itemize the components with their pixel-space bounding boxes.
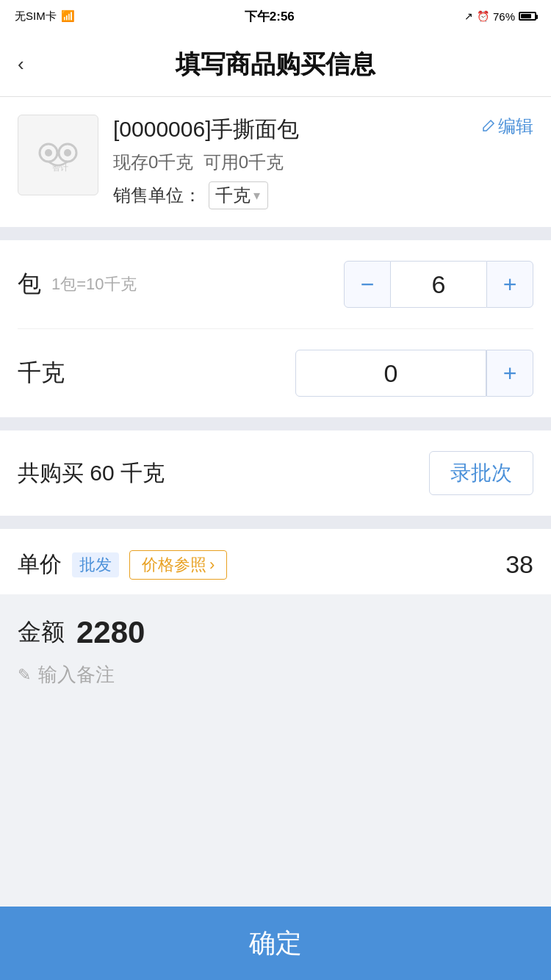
bao-increment-button[interactable]: + [486,261,533,308]
page-title: 填写商品购买信息 [176,48,375,82]
price-value: 38 [505,550,533,579]
kg-increment-button[interactable]: + [486,350,533,397]
product-thumbnail: 智计 [18,115,98,195]
edit-button[interactable]: 编辑 [480,115,533,138]
separator-3 [0,516,551,529]
battery-percent: 76% [493,10,515,23]
bao-hint: 1包=10千克 [51,273,137,295]
status-right: ↗ ⏰ 76% [464,10,536,23]
price-section: 单价 批发 价格参照 › 38 [0,529,551,594]
unit-selector[interactable]: 千克 ▾ [209,181,268,209]
product-logo-icon: 智计 [32,137,84,173]
back-button[interactable]: ‹ [18,53,24,76]
svg-text:智计: 智计 [52,163,68,172]
price-left: 单价 批发 价格参照 › [18,550,227,580]
battery-icon [519,12,536,21]
kg-input-row: 千克 0 + [18,329,533,417]
price-row: 单价 批发 价格参照 › 38 [18,550,533,580]
svg-point-2 [45,149,52,156]
amount-section: 金额 2280 ✎ 输入备注 [0,594,551,695]
svg-point-3 [64,149,71,156]
product-name: [0000006]手撕面包 [113,115,299,145]
bao-decrement-button[interactable]: − [344,261,391,308]
price-ref-button[interactable]: 价格参照 › [129,550,227,580]
separator-2 [0,417,551,430]
price-label: 单价 [18,550,62,580]
status-time: 下午2:56 [245,8,295,25]
purchase-total-text: 共购买 60 千克 [18,458,165,489]
bao-label: 包 1包=10千克 [18,268,137,300]
status-bar: 无SIM卡 📶 下午2:56 ↗ ⏰ 76% [0,0,551,32]
kg-label: 千克 [18,357,65,389]
chevron-down-icon: ▾ [253,187,260,203]
input-section: 包 1包=10千克 − 6 + 千克 0 + [0,240,551,417]
product-stock: 现存0千克 可用0千克 [113,151,533,174]
product-unit-row: 销售单位： 千克 ▾ [113,181,533,209]
nav-bar: ‹ 填写商品购买信息 [0,32,551,97]
product-card: 智计 [0000006]手撕面包 编辑 现存0千克 可用0千克 销售单位： 千克… [0,97,551,227]
kg-stepper: 0 + [295,350,533,397]
bao-value[interactable]: 6 [391,261,486,308]
summary-row: 共购买 60 千克 录批次 [0,430,551,516]
note-row[interactable]: ✎ 输入备注 [18,662,533,688]
product-info: [0000006]手撕面包 编辑 现存0千克 可用0千克 销售单位： 千克 ▾ [113,115,533,209]
edit-icon [480,119,495,134]
pencil-icon: ✎ [18,666,31,685]
carrier-text: 无SIM卡 [15,10,57,24]
bao-input-row: 包 1包=10千克 − 6 + [18,240,533,329]
batch-button[interactable]: 录批次 [429,451,533,495]
amount-value: 2280 [76,615,145,650]
alarm-icon: ⏰ [477,10,489,22]
separator-1 [0,227,551,240]
bao-stepper: − 6 + [344,261,533,308]
chevron-right-icon: › [209,555,215,574]
status-left: 无SIM卡 📶 [15,10,75,24]
price-batch-tag: 批发 [72,552,119,577]
kg-value[interactable]: 0 [295,350,486,397]
note-placeholder: 输入备注 [38,662,115,688]
amount-label: 金额 [18,616,65,649]
amount-row: 金额 2280 [18,615,533,650]
confirm-button[interactable]: 确定 [0,907,551,980]
wifi-icon: 📶 [61,10,75,23]
gps-icon: ↗ [464,10,473,22]
